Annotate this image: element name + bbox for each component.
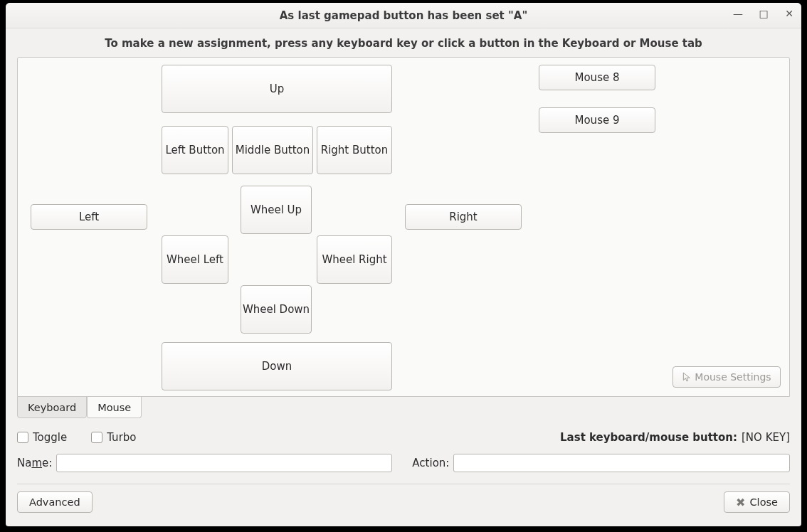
name-label: Name: [17,457,52,469]
wheel-up-button[interactable]: Wheel Up [241,186,312,234]
fields-row: Name: Action: [17,454,790,472]
action-input[interactable] [453,454,790,472]
mouse-settings-button[interactable]: Mouse Settings [672,366,781,388]
mouse-move-right-button[interactable]: Right [405,204,522,230]
footer: Advanced ✖ Close [17,491,790,513]
mouse-9-button[interactable]: Mouse 9 [539,107,655,133]
window-title: As last gamepad button has been set "A" [280,9,527,22]
close-icon[interactable]: ✕ [781,6,797,21]
mouse-right-button[interactable]: Right Button [317,126,392,174]
mouse-move-left-button[interactable]: Left [31,204,147,230]
wheel-down-button[interactable]: Wheel Down [241,285,312,334]
tab-mouse[interactable]: Mouse [87,396,142,418]
last-button-value: [NO KEY] [742,431,790,444]
titlebar: As last gamepad button has been set "A" … [6,3,801,28]
toggle-checkbox[interactable] [17,432,28,443]
turbo-checkbox[interactable] [91,432,102,443]
maximize-icon[interactable]: □ [756,6,771,21]
mouse-panel: Up Left Button Middle Button Right Butto… [17,57,790,397]
toggle-label: Toggle [33,431,67,444]
window-controls: — □ ✕ [730,6,797,21]
name-input[interactable] [56,454,392,472]
close-x-icon: ✖ [736,496,745,509]
mouse-8-button[interactable]: Mouse 8 [539,65,655,90]
tabs: Keyboard Mouse [17,397,790,418]
close-button-label: Close [750,496,779,508]
wheel-right-button[interactable]: Wheel Right [317,235,392,284]
minimize-icon[interactable]: — [730,6,746,21]
last-button-label: Last keyboard/mouse button: [560,431,737,444]
mouse-settings-label: Mouse Settings [695,371,771,383]
advanced-button[interactable]: Advanced [17,491,93,513]
wheel-left-button[interactable]: Wheel Left [162,235,228,284]
instructions-text: To make a new assignment, press any keyb… [6,28,801,57]
mouse-up-button[interactable]: Up [162,65,392,113]
dialog-window: As last gamepad button has been set "A" … [6,3,801,526]
cursor-icon [682,372,692,382]
mouse-left-button[interactable]: Left Button [162,126,228,174]
tab-keyboard[interactable]: Keyboard [17,396,87,418]
flags-row: Toggle Turbo Last keyboard/mouse button:… [17,431,790,444]
close-button[interactable]: ✖ Close [724,491,790,513]
separator [17,484,790,484]
mouse-middle-button[interactable]: Middle Button [232,126,313,174]
turbo-label: Turbo [107,431,136,444]
mouse-down-button[interactable]: Down [162,342,392,390]
action-label: Action: [412,457,449,469]
